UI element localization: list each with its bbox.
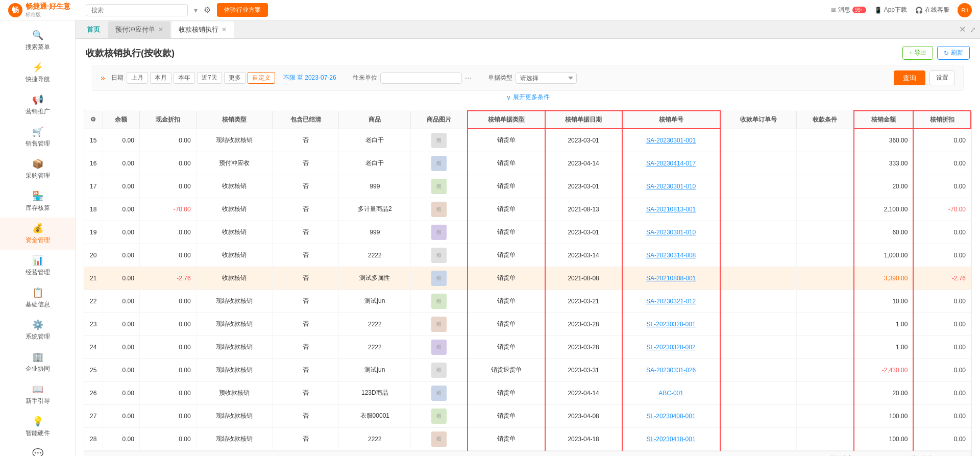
td-cancel-type: 收款核销 [196, 267, 272, 290]
filter-date-cur-month[interactable]: 本月 [150, 72, 172, 84]
filter-date-range: 不限 至 2023-07-26 [283, 74, 336, 82]
td-product-image: 图 [411, 244, 468, 267]
td-cancel-type: 预收款核销 [196, 381, 272, 404]
td-include-settled: 否 [273, 152, 339, 175]
counterpart-more-icon[interactable]: ··· [465, 74, 472, 83]
td-include-settled: 否 [273, 175, 339, 198]
td-cancel-doc-no[interactable]: SA-20230314-008 [622, 244, 720, 267]
filter-date-cur-year[interactable]: 本年 [174, 72, 195, 84]
td-cancel-doc-no[interactable]: SL-20230418-001 [622, 427, 720, 450]
td-receipt-order-no [720, 335, 797, 358]
filter-date-item: 日期 上月 本月 本年 近7天 更多 自定义 [111, 72, 275, 84]
td-cancel-doc-type: 销货单 [468, 381, 545, 404]
doc-type-select[interactable]: 请选择 [516, 73, 577, 84]
marketing-icon [32, 94, 43, 105]
td-cancel-discount: 0.00 [913, 152, 971, 175]
inventory-icon [32, 190, 43, 202]
td-cancel-doc-type: 销货单 [468, 129, 545, 152]
td-cancel-doc-no[interactable]: SA-20230301-001 [622, 129, 720, 152]
page-content: 收款核销执行(按收款) ↑ 导出 ↻ 刷新 » [76, 39, 980, 456]
query-button[interactable]: 查询 [894, 70, 925, 85]
tab-prepay-close[interactable]: ✕ [158, 26, 163, 33]
tab-home[interactable]: 首页 [80, 21, 107, 38]
td-row-id: 19 [84, 221, 103, 244]
td-cancel-doc-type: 销货单 [468, 221, 545, 244]
user-avatar-area[interactable]: Rit [958, 3, 972, 17]
table-row: 21 0.00 -2.76 收款核销 否 测试多属性 图 销货单 2021-08… [84, 267, 971, 290]
main-area: 首页 预付冲应付单 ✕ 收款核销执行 ✕ ✕ ⤢ 收款核销执行(按收款) [76, 20, 980, 456]
sidebar-item-quick[interactable]: 快捷导航 [0, 57, 75, 89]
td-cancel-doc-no[interactable]: SA-20230321-012 [622, 290, 720, 313]
sidebar-item-search[interactable]: 搜索菜单 [0, 25, 75, 57]
gear-icon[interactable]: ⚙ [204, 5, 211, 15]
sidebar-item-wechat[interactable]: 企业微信 [0, 443, 75, 456]
sidebar-item-system[interactable]: 系统管理 [0, 314, 75, 346]
td-cancel-doc-no[interactable]: SL-20230328-001 [622, 313, 720, 335]
filter-date-7days[interactable]: 近7天 [197, 72, 222, 84]
expand-more-button[interactable]: ∨ 展开更多条件 [506, 93, 550, 102]
sidebar-item-guide[interactable]: 新手引导 [0, 378, 75, 411]
td-include-settled: 否 [273, 129, 339, 152]
th-settings[interactable]: ⚙ [84, 111, 103, 129]
td-cancel-discount: 0.00 [913, 381, 971, 404]
settings-button[interactable]: 设置 [929, 70, 955, 85]
message-area[interactable]: ✉ 消息 99+ [831, 6, 866, 14]
app-download-area[interactable]: 📱 App下载 [874, 6, 907, 14]
table-row: 25 0.00 0.00 现结收款核销 否 测试jun 图 销货退货单 2023… [84, 358, 971, 381]
td-cancel-amount: 333.00 [854, 152, 914, 175]
online-service-area[interactable]: 🎧 在线客服 [915, 6, 949, 14]
td-cancel-doc-no[interactable]: SA-20230301-010 [622, 175, 720, 198]
td-cancel-doc-date: 2023-04-08 [545, 404, 622, 427]
td-cash-discount: 0.00 [139, 313, 196, 335]
tab-receipt[interactable]: 收款核销执行 ✕ [172, 21, 234, 38]
filter-date-custom[interactable]: 自定义 [248, 72, 275, 84]
sidebar-item-finance[interactable]: 资金管理 [0, 218, 75, 250]
sidebar-item-info[interactable]: 基础信息 [0, 282, 75, 314]
td-cancel-doc-no[interactable]: SA-20230331-026 [622, 358, 720, 381]
td-cancel-doc-type: 销货单 [468, 267, 545, 290]
search-input[interactable] [86, 4, 188, 16]
sidebar-item-purchase[interactable]: 采购管理 [0, 153, 75, 185]
th-cancel-type: 核销类型 [196, 111, 272, 129]
td-receipt-order-no [720, 175, 797, 198]
tab-prepay[interactable]: 预付冲应付单 ✕ [108, 21, 170, 38]
td-receipt-condition [797, 313, 854, 335]
search-dropdown-icon[interactable]: ▾ [194, 6, 198, 14]
td-cancel-doc-type: 销货退货单 [468, 358, 545, 381]
td-product: 2222 [339, 335, 411, 358]
td-cancel-doc-no[interactable]: SA-20230414-017 [622, 152, 720, 175]
filter-collapse-icon[interactable]: » [101, 74, 105, 83]
td-cancel-doc-no[interactable]: SL-20230408-001 [622, 404, 720, 427]
th-cash-discount: 现金折扣 [139, 111, 196, 129]
table-row: 15 0.00 0.00 现结收款核销 否 老白干 图 销货单 2023-03-… [84, 129, 971, 152]
sidebar-item-marketing[interactable]: 营销推广 [0, 89, 75, 121]
td-row-id: 16 [84, 152, 103, 175]
td-cancel-doc-no[interactable]: SL-20230328-002 [622, 335, 720, 358]
td-cancel-doc-no[interactable]: SA-20230301-010 [622, 221, 720, 244]
filter-date-prev-month[interactable]: 上月 [127, 72, 148, 84]
sidebar-item-sales[interactable]: 销售管理 [0, 121, 75, 153]
search-menu-icon [32, 30, 43, 41]
industry-solution-button[interactable]: 体验行业方案 [217, 3, 268, 17]
refresh-button[interactable]: ↻ 刷新 [937, 46, 970, 60]
td-cancel-type: 现结收款核销 [196, 290, 272, 313]
td-cancel-doc-date: 2023-03-14 [545, 244, 622, 267]
table-row: 28 0.00 0.00 现结收款核销 否 2222 图 销货单 2023-04… [84, 427, 971, 450]
sidebar-item-smart[interactable]: 智能硬件 [0, 411, 75, 443]
counterpart-input[interactable] [380, 73, 462, 84]
td-product-image: 图 [411, 267, 468, 290]
sidebar-item-corp[interactable]: 企业协同 [0, 346, 75, 378]
td-product-image: 图 [411, 198, 468, 221]
sidebar-item-business[interactable]: 经营管理 [0, 250, 75, 282]
td-cancel-type: 现结收款核销 [196, 404, 272, 427]
td-cancel-doc-no[interactable]: SA-20210808-001 [622, 267, 720, 290]
td-balance: 0.00 [103, 427, 139, 450]
filter-date-more[interactable]: 更多 [224, 72, 246, 84]
export-button[interactable]: ↑ 导出 [902, 46, 933, 60]
close-window-icon[interactable]: ✕ [959, 25, 966, 34]
td-cancel-doc-no[interactable]: ABC-001 [622, 381, 720, 404]
td-cancel-doc-no[interactable]: SA-20210813-001 [622, 198, 720, 221]
tab-receipt-close[interactable]: ✕ [222, 26, 227, 33]
sidebar-item-inventory[interactable]: 库存核算 [0, 185, 75, 218]
maximize-icon[interactable]: ⤢ [970, 26, 976, 34]
